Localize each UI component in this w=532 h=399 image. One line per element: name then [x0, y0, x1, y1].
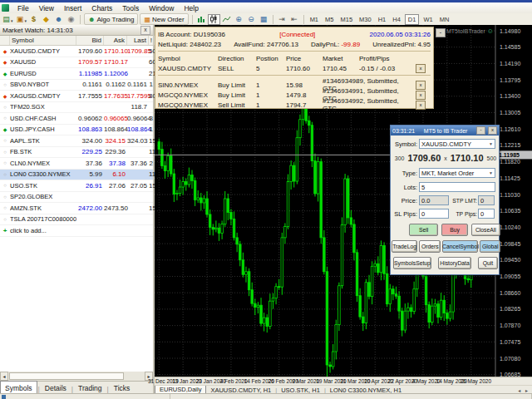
cancel-order-button[interactable]: x [416, 91, 426, 100]
timeframe-h4[interactable]: H4 [390, 15, 403, 24]
price-axis-label: 1.07475 [500, 339, 520, 345]
candlestick-chart-icon[interactable] [208, 14, 220, 25]
market-watch-row[interactable]: ○SBV0.NYBOT0.11610.11620.11611 [0, 80, 153, 91]
signal-icon[interactable]: ◉ [65, 14, 77, 24]
menu-tools[interactable]: Tools [117, 4, 144, 12]
symbol-name: AAPL.STK [10, 137, 76, 145]
symbol-neutral-icon: ○ [0, 195, 10, 200]
ea-smiley-icon[interactable]: ☺ [487, 27, 494, 35]
ib-col-profitpips: Profit/Pips [359, 55, 412, 62]
sell-button[interactable]: Sell [409, 224, 438, 236]
dialog-close-button[interactable]: x [488, 126, 497, 135]
price-input[interactable]: 0.0 [419, 195, 449, 205]
menu-window[interactable]: Window [144, 4, 179, 12]
price-axis-label: 1.09055 [500, 273, 520, 279]
menu-view[interactable]: View [34, 4, 59, 12]
market-watch-row[interactable]: ◆EURUSD1.119851.1200621 [0, 68, 153, 80]
new-order-button[interactable]: ▦ New Order [140, 13, 188, 25]
market-watch-close-icon[interactable]: x [140, 26, 150, 35]
market-watch-row[interactable]: ◆USD.JPY.CASH108.863108.864108.8641 [0, 125, 153, 136]
scroll-left-icon[interactable]: ◂ [0, 372, 8, 381]
auto-scroll-icon[interactable]: ⇥ [276, 14, 288, 24]
scrollbar-thumb[interactable] [9, 372, 124, 380]
line-chart-icon[interactable] [220, 14, 233, 24]
symbols-setup-button[interactable]: SymbolsSetup [393, 257, 431, 269]
market-watch-row[interactable]: ○USD.CHF.CASH0.960620.960650.960643 [0, 113, 153, 125]
profiles-dropdown-icon[interactable]: ▾ [25, 18, 27, 23]
dollar-icon[interactable]: $ [27, 14, 40, 24]
order-type-combobox[interactable]: MKT, Market Order▼ [419, 168, 495, 178]
zoom-out-icon[interactable]: ⊖ [245, 14, 258, 24]
symbol-neutral-icon: ○ [0, 116, 10, 121]
market-watch-row[interactable]: ○TSLA 200717C00800000.OPT [0, 214, 153, 226]
market-watch-row[interactable]: +click to add... [0, 225, 153, 237]
ask-value: 27.06 [104, 182, 127, 190]
header-symbol[interactable]: Symbol [10, 36, 76, 45]
close-all-button[interactable]: CloseAll [471, 224, 500, 236]
tab-scroll-arrows[interactable]: ◂ ▸ [518, 387, 532, 393]
close-position-button[interactable]: x [416, 64, 426, 73]
market-watch-scrollbar[interactable]: ◂ ▸ [0, 372, 153, 381]
cancel-order-button[interactable]: x [416, 101, 426, 110]
market-watch-row[interactable]: ◆XAUUSD1709.571710.1760 [0, 57, 153, 69]
last-value: 0.1161 [127, 81, 149, 88]
history-data-button[interactable]: HistoryData [438, 257, 471, 269]
cancel-symbol-button[interactable]: CancelSymbol [442, 240, 478, 253]
dialog-minimize-button[interactable]: - [476, 126, 485, 135]
timeframe-m15[interactable]: M15 [337, 15, 355, 24]
lots-input[interactable]: 5 [419, 182, 495, 192]
new-chart-dropdown-icon[interactable]: ▾ [11, 18, 13, 23]
tab-symbols[interactable]: Symbols [0, 381, 37, 394]
stp-lmt-input[interactable]: 0 [478, 195, 495, 205]
market-watch-row[interactable]: ○AMZN.STK2472.002473.50150 [0, 203, 153, 214]
header-ask[interactable]: Ask [104, 36, 127, 45]
panel-collapse-button[interactable]: - [436, 28, 446, 37]
cancel-order-button[interactable]: x [416, 81, 426, 90]
bar-chart-icon[interactable] [195, 14, 208, 24]
tile-windows-icon[interactable]: ▦ [258, 14, 270, 24]
menu-help[interactable]: Help [179, 4, 203, 12]
market-watch-row[interactable]: ○CLN0.NYMEX37.3637.3837.362 [0, 158, 153, 170]
last-value: 27.05 [127, 182, 149, 190]
ib-order-row: MGCQ0.NYMEXBuy Limit11479.8#1346934991, … [158, 87, 431, 97]
tab-trading[interactable]: Trading [74, 382, 106, 394]
timeframe-h1[interactable]: H1 [376, 15, 389, 24]
header-last[interactable]: Last [127, 36, 149, 45]
menu-charts[interactable]: Charts [86, 4, 117, 12]
timeframe-w1[interactable]: W1 [421, 15, 435, 24]
menu-insert[interactable]: Insert [59, 4, 86, 12]
market-watch-row[interactable]: ○SP20.GLOBEX [0, 192, 153, 204]
dialog-titlebar[interactable]: 03:31:21 MT5 to IB Trader - x [391, 126, 499, 135]
user-icon[interactable]: ☻ [52, 14, 65, 24]
timeframe-m5[interactable]: M5 [323, 15, 336, 24]
tp-pips-input[interactable]: 0 [478, 209, 495, 219]
tab-details[interactable]: Details [41, 382, 71, 394]
symbol-combobox[interactable]: XAUUSD.CMDTY▼ [419, 139, 495, 149]
sl-pips-input[interactable]: 0 [419, 209, 449, 219]
menu-file[interactable]: File [12, 4, 34, 12]
timeframe-m30[interactable]: M30 [357, 15, 374, 24]
market-watch-row[interactable]: ○AAPL.STK324.00324.15324.0315 [0, 135, 153, 147]
timeframe-mn[interactable]: MN [437, 15, 452, 24]
diamond-icon[interactable]: ◆ [40, 14, 52, 24]
algo-trading-button[interactable]: ☻ Algo Trading [84, 13, 138, 25]
tp-pips-label: TP Pips: [449, 211, 477, 217]
tab-ticks[interactable]: Ticks [110, 382, 135, 394]
buy-button[interactable]: Buy [441, 224, 467, 236]
market-watch-row[interactable]: ○FB.STK229.25229.3611 [0, 147, 153, 159]
trade-log-button[interactable]: TradeLog [392, 240, 417, 253]
market-watch-row[interactable]: ◆XAGUSD.CMDTY17.755517.763517.759580 [0, 91, 153, 102]
timeframe-m1[interactable]: M1 [308, 15, 321, 24]
timeframe-d1[interactable]: D1 [405, 14, 420, 25]
market-watch-row[interactable]: ○USO.STK26.9127.0627.0515 [0, 180, 153, 192]
zoom-in-icon[interactable]: ⊕ [233, 14, 245, 24]
market-watch-row[interactable]: ◆XAUUSD.CMDTY1709.601710.101709.8550 [0, 46, 153, 57]
global-button[interactable]: Global [480, 240, 500, 253]
orders-button[interactable]: Orders [419, 240, 441, 253]
header-spread[interactable]: ! [149, 36, 155, 45]
market-watch-row[interactable]: ○LON0 C3300.NYMEX5.996.1011 [0, 170, 153, 181]
header-bid[interactable]: Bid [76, 36, 104, 45]
quit-button[interactable]: Quit [478, 257, 498, 269]
market-watch-row[interactable]: ○TFM20.SGX118.7 [0, 102, 153, 114]
chart-shift-icon[interactable]: ⇤ [288, 14, 301, 24]
